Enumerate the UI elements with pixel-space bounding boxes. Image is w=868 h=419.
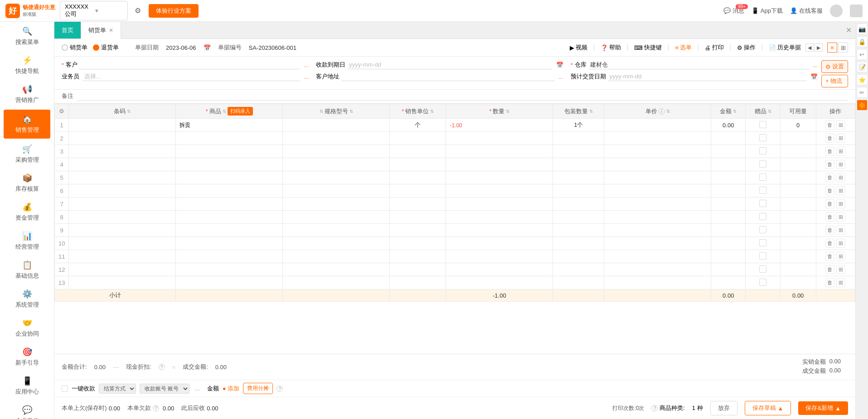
copy-icon[interactable]: ⊞ [836, 147, 845, 156]
delivery-date-input[interactable] [608, 72, 807, 81]
spec-cell[interactable] [283, 184, 390, 197]
tab-home[interactable]: 首页 [54, 22, 81, 39]
product-input[interactable] [179, 122, 279, 129]
qty-input[interactable] [450, 188, 549, 194]
spec-cell[interactable] [283, 158, 390, 171]
window-close-button[interactable]: ✕ [842, 26, 855, 34]
price-input[interactable] [608, 135, 707, 142]
price-cell[interactable] [604, 276, 711, 289]
gift-cell[interactable] [746, 184, 780, 197]
barcode-cell[interactable] [69, 158, 176, 171]
customer-input[interactable] [79, 60, 300, 69]
product-input[interactable] [179, 214, 279, 221]
add-btn[interactable]: ● 添加 [223, 385, 239, 393]
gift-cell[interactable] [746, 263, 780, 276]
gift-cell[interactable] [746, 237, 780, 250]
barcode-cell[interactable] [69, 171, 176, 184]
product-cell[interactable] [176, 197, 283, 211]
price-cell[interactable] [604, 184, 711, 197]
salesperson-input[interactable] [82, 72, 300, 81]
sidebar-item-system[interactable]: ⚙️ 系统管理 [0, 284, 54, 313]
user-menu-icon[interactable] [850, 5, 863, 17]
spec-cell[interactable] [283, 224, 390, 237]
rp-btn-camera[interactable]: 📷 [857, 24, 868, 34]
price-cell[interactable] [604, 237, 711, 250]
qty-cell[interactable] [446, 119, 553, 132]
warehouse-dots-btn[interactable]: ... [813, 62, 818, 68]
barcode-cell[interactable] [69, 224, 176, 237]
spec-input[interactable] [286, 267, 386, 273]
draft-button[interactable]: 保存草稿 ▲ [745, 401, 791, 415]
payment-method-select[interactable]: 结算方式 [99, 384, 136, 394]
gift-checkbox[interactable] [759, 134, 766, 141]
spec-input[interactable] [286, 241, 386, 247]
gift-checkbox[interactable] [759, 173, 766, 181]
spec-input[interactable] [286, 135, 386, 142]
barcode-input[interactable] [73, 175, 172, 181]
gift-checkbox[interactable] [759, 239, 766, 246]
product-input[interactable] [179, 188, 279, 194]
price-cell[interactable] [604, 158, 711, 171]
col-gear-icon[interactable]: ⚙ [59, 108, 64, 115]
product-cell[interactable] [176, 211, 283, 224]
gift-cell[interactable] [746, 276, 780, 289]
payment-dots-btn[interactable]: ... [195, 385, 200, 392]
price-cell[interactable] [604, 197, 711, 211]
price-input[interactable] [608, 201, 707, 207]
sidebar-item-wechat[interactable]: 💬 企业微信 [0, 400, 54, 419]
tab-sales-order[interactable]: 销货单 ✕ [81, 22, 121, 39]
sidebar-item-basic[interactable]: 📋 基础信息 [0, 255, 54, 284]
address-dots-btn[interactable]: ... [558, 73, 563, 80]
spec-input[interactable] [286, 188, 386, 194]
price-input[interactable] [608, 175, 707, 181]
gift-checkbox[interactable] [759, 213, 766, 220]
copy-icon[interactable]: ⊞ [836, 265, 845, 274]
delete-icon[interactable]: 🗑 [825, 239, 834, 248]
price-cell[interactable] [604, 250, 711, 263]
spec-input[interactable] [286, 227, 386, 234]
spec-cell[interactable] [283, 145, 390, 158]
calendar-icon[interactable]: 📅 [204, 44, 211, 51]
price-input[interactable] [608, 241, 707, 247]
qty-cell[interactable] [446, 263, 553, 276]
copy-icon[interactable]: ⊞ [836, 186, 845, 195]
qty-cell[interactable] [446, 197, 553, 211]
spec-input[interactable] [286, 175, 386, 181]
qty-input[interactable] [450, 175, 549, 181]
price-cell[interactable] [604, 119, 711, 132]
spec-cell[interactable] [283, 276, 390, 289]
product-input[interactable] [179, 267, 279, 273]
spec-input[interactable] [286, 201, 386, 207]
gift-checkbox[interactable] [759, 187, 766, 194]
copy-icon[interactable]: ⊞ [836, 278, 845, 287]
spec-cell[interactable] [283, 237, 390, 250]
spec-input[interactable] [286, 254, 386, 260]
barcode-cell[interactable] [69, 145, 176, 158]
spec-cell[interactable] [283, 263, 390, 276]
setup-button[interactable]: ⚙ 设置 [821, 60, 848, 73]
qty-input[interactable] [450, 241, 549, 247]
qty-cell[interactable] [446, 250, 553, 263]
qty-cell[interactable] [446, 158, 553, 171]
copy-icon[interactable]: ⊞ [836, 160, 845, 169]
price-info-icon[interactable]: i [659, 108, 665, 115]
qty-input[interactable] [450, 227, 549, 234]
product-input[interactable] [179, 227, 279, 234]
product-input[interactable] [179, 162, 279, 168]
delete-icon[interactable]: 🗑 [825, 186, 834, 195]
rp-btn-return[interactable]: ↩ [857, 49, 868, 60]
product-input[interactable] [179, 175, 279, 181]
copy-icon[interactable]: ⊞ [836, 173, 845, 182]
qty-input[interactable] [450, 162, 549, 168]
delete-icon[interactable]: 🗑 [825, 134, 834, 143]
product-cell[interactable] [176, 132, 283, 145]
app-download-button[interactable]: 📱 App下载 [752, 7, 783, 15]
barcode-input[interactable] [73, 227, 172, 234]
gift-cell[interactable] [746, 132, 780, 145]
sidebar-item-marketing[interactable]: 📢 营销推广 [0, 80, 54, 109]
rp-btn-star[interactable]: ⭐ [857, 74, 868, 85]
spec-input[interactable] [286, 162, 386, 168]
due-date-calendar-icon[interactable]: 📅 [556, 62, 563, 68]
spec-cell[interactable] [283, 250, 390, 263]
sidebar-item-shortcut[interactable]: ⚡ 快捷导航 [0, 51, 54, 80]
